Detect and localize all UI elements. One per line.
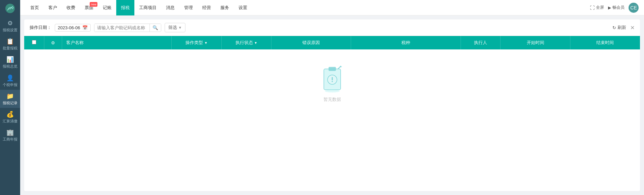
member-button[interactable]: ▶ 畅会员 xyxy=(608,5,625,10)
sidebar-item-label: 工商年报 xyxy=(3,137,17,142)
play-icon: ▶ xyxy=(608,5,611,10)
filter-button[interactable]: 筛选 ▼ xyxy=(165,23,186,32)
date-label: 操作日期： xyxy=(30,25,51,31)
th-error: 错误原因 xyxy=(271,36,351,49)
close-button[interactable]: ✕ xyxy=(630,25,635,31)
th-tax: 税种 xyxy=(351,36,461,49)
nav-shezhi[interactable]: 设置 xyxy=(234,0,252,15)
sidebar: ⚙ 报税设置 📋 批量报税 📊 报税总览 👤 个税申报 📁 报税记录 💰 汇算清… xyxy=(0,0,20,195)
svg-point-9 xyxy=(325,90,340,92)
sidebar-item-baoshui-jilu[interactable]: 📁 报税记录 xyxy=(0,90,20,108)
th-start: 开始时间 xyxy=(501,36,570,49)
th-executor: 执行人 xyxy=(461,36,501,49)
avatar[interactable]: CE xyxy=(629,3,639,13)
person-icon: 👤 xyxy=(6,74,14,82)
empty-text: 暂无数据 xyxy=(324,96,341,103)
sidebar-item-label: 报税设置 xyxy=(3,28,17,32)
settings-icon: ⚙ xyxy=(7,20,13,27)
refresh-button[interactable]: ↻ 刷新 xyxy=(612,25,626,31)
fullscreen-icon: ⛶ xyxy=(590,5,595,10)
nav-xiaoxi[interactable]: 消息 xyxy=(161,0,179,15)
content-area: 操作日期： 2023-06-06 📅 🔍 筛选 ▼ ↻ 刷新 xyxy=(20,15,644,195)
overview-icon: 📊 xyxy=(6,56,14,63)
sidebar-item-baoshui-shezhi[interactable]: ⚙ 报税设置 xyxy=(0,17,20,35)
empty-illustration xyxy=(317,63,347,93)
record-icon: 📁 xyxy=(6,92,14,100)
th-gear[interactable]: ⚙ xyxy=(44,36,62,49)
search-button[interactable]: 🔍 xyxy=(149,24,161,32)
topnav-right: ⛶ 全屏 ▶ 畅会员 CE xyxy=(590,3,639,13)
search-box: 🔍 xyxy=(94,24,161,32)
sidebar-item-huisuan-jiaona[interactable]: 💰 汇算清缴 xyxy=(0,108,20,126)
search-input[interactable] xyxy=(94,24,149,32)
nav-jizhang[interactable]: 记账 xyxy=(98,0,116,15)
nav-client[interactable]: 客户 xyxy=(44,0,62,15)
calendar-icon: 📅 xyxy=(82,25,88,30)
data-table: ⚙ 客户名称 操作类型 ▼ 执行状态 ▼ xyxy=(24,36,640,49)
sidebar-item-label: 报税总览 xyxy=(3,64,17,69)
filter-icon-status: ▼ xyxy=(254,41,257,45)
sidebar-item-geshui-shenbao[interactable]: 👤 个税申报 xyxy=(0,72,20,90)
batch-icon: 📋 xyxy=(6,38,14,45)
nav-gongshang[interactable]: 工商项目 xyxy=(134,0,161,15)
date-value: 2023-06-06 xyxy=(58,25,80,30)
toolbar-right: ↻ 刷新 ✕ xyxy=(612,25,635,31)
empty-state: 暂无数据 xyxy=(24,49,640,116)
fullscreen-button[interactable]: ⛶ 全屏 xyxy=(590,5,604,10)
th-optype: 操作类型 ▼ xyxy=(172,36,221,49)
sidebar-item-label: 汇算清缴 xyxy=(3,119,17,123)
nav-piaoju[interactable]: 票据 new xyxy=(80,0,98,15)
main-panel: 操作日期： 2023-06-06 📅 🔍 筛选 ▼ ↻ 刷新 xyxy=(24,20,640,191)
svg-rect-3 xyxy=(329,67,336,71)
chevron-down-icon: ▼ xyxy=(178,26,182,30)
svg-line-7 xyxy=(338,66,341,69)
nav-items: 首页 客户 收费 票据 new 记账 报税 工商项目 消息 管理 经营 服务 设… xyxy=(26,0,590,15)
nav-jingying[interactable]: 经营 xyxy=(198,0,216,15)
th-client: 客户名称 xyxy=(62,36,172,49)
refresh-icon: ↻ xyxy=(612,25,616,30)
sidebar-item-label: 个税申报 xyxy=(3,83,17,87)
th-end: 结束时间 xyxy=(570,36,640,49)
svg-point-6 xyxy=(332,81,333,82)
nav-home[interactable]: 首页 xyxy=(26,0,44,15)
topnav: 首页 客户 收费 票据 new 记账 报税 工商项目 消息 管理 经营 服务 设… xyxy=(20,0,644,15)
sidebar-item-baoshui-zongjian[interactable]: 📊 报税总览 xyxy=(0,53,20,71)
payment-icon: 💰 xyxy=(6,111,14,118)
sidebar-item-piliang-baoshui[interactable]: 📋 批量报税 xyxy=(0,35,20,53)
nav-guanli[interactable]: 管理 xyxy=(179,0,198,15)
nav-fuwu[interactable]: 服务 xyxy=(216,0,234,15)
table-container: ⚙ 客户名称 操作类型 ▼ 执行状态 ▼ xyxy=(24,36,640,191)
sidebar-item-label: 批量报税 xyxy=(3,46,17,50)
th-status: 执行状态 ▼ xyxy=(221,36,271,49)
svg-rect-5 xyxy=(332,77,333,80)
company-icon: 🏢 xyxy=(6,129,14,136)
filter-icon-optype: ▼ xyxy=(204,41,208,45)
nav-baoshui[interactable]: 报税 xyxy=(116,0,134,15)
sidebar-item-label: 报税记录 xyxy=(3,101,17,105)
date-picker[interactable]: 2023-06-06 📅 xyxy=(55,24,91,32)
toolbar: 操作日期： 2023-06-06 📅 🔍 筛选 ▼ ↻ 刷新 xyxy=(24,20,640,36)
new-badge: new xyxy=(90,2,97,7)
select-all-checkbox[interactable] xyxy=(32,40,36,44)
main-area: 首页 客户 收费 票据 new 记账 报税 工商项目 消息 管理 经营 服务 设… xyxy=(20,0,644,195)
sidebar-logo xyxy=(0,0,20,17)
sidebar-item-gongshang-nianbao[interactable]: 🏢 工商年报 xyxy=(0,126,20,144)
nav-shoufei[interactable]: 收费 xyxy=(62,0,80,15)
th-checkbox[interactable] xyxy=(24,36,44,49)
